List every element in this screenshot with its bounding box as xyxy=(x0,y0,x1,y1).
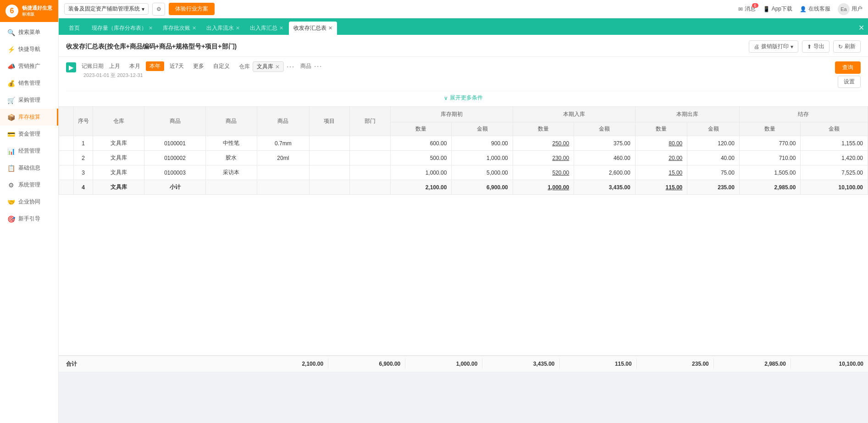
online-service-button[interactable]: 👤 在线客服 xyxy=(800,5,830,13)
tab-stock-dist-label: 现存量（库存分布表） xyxy=(92,24,147,32)
sidebar-item-search[interactable]: 🔍 搜索菜单 xyxy=(0,24,58,41)
tab-close-icon[interactable]: ✕ xyxy=(328,25,332,31)
print-button[interactable]: 🖨 拨销版打印 ▾ xyxy=(749,40,798,53)
sidebar-item-finance[interactable]: 💳 资金管理 xyxy=(0,126,58,143)
trial-button[interactable]: 体验行业方案 xyxy=(169,3,215,15)
sidebar-item-purchase[interactable]: 🛒 采购管理 xyxy=(0,92,58,109)
sidebar-item-marketing[interactable]: 📣 营销推广 xyxy=(0,58,58,75)
footer-totals: 2,100.00 6,900.00 1,000.00 3,435.00 115.… xyxy=(251,359,868,369)
filter-fields: 记账日期 上月 本月 本年 近7天 更多 自定义 2023-01-01 至 20… xyxy=(82,61,829,79)
td-out-qty[interactable]: 80.00 xyxy=(635,136,687,151)
td-row-check xyxy=(59,151,74,165)
filter-toggle-button[interactable]: ▶ xyxy=(66,62,76,72)
in-qty-link[interactable]: 520.00 xyxy=(552,170,569,176)
out-qty-link[interactable]: 80.00 xyxy=(669,140,682,147)
message-badge: 6 xyxy=(752,3,758,8)
tab-home[interactable]: 首页 xyxy=(62,22,86,35)
settings-gear-button[interactable]: ⚙ xyxy=(152,3,165,16)
th-settings[interactable] xyxy=(59,107,74,136)
tab-close-icon[interactable]: ✕ xyxy=(149,25,153,31)
out-qty-link[interactable]: 20.00 xyxy=(669,155,682,161)
footer-open-amt: 6,900.00 xyxy=(328,359,405,369)
td-out-qty[interactable]: 20.00 xyxy=(635,151,687,165)
td-subtotal-in-qty[interactable]: 1,000.00 xyxy=(513,180,574,195)
tab-collect-summary[interactable]: 收发存汇总表 ✕ xyxy=(289,22,337,35)
date-btn-7days[interactable]: 近7天 xyxy=(166,61,188,71)
sidebar-item-guide[interactable]: 🎯 新手引导 xyxy=(0,210,58,227)
settings-button[interactable]: 设置 xyxy=(838,76,861,88)
goods-more-dots[interactable]: ··· xyxy=(314,61,322,71)
date-btn-this-year[interactable]: 本年 xyxy=(146,61,164,71)
sidebar-item-operations[interactable]: 📊 经营管理 xyxy=(0,143,58,159)
filter-actions: 查询 设置 xyxy=(835,61,861,88)
page-container: 收发存汇总表(按仓库+商品编码+商品+规格型号+项目+部门) 🖨 拨销版打印 ▾… xyxy=(59,35,868,372)
subtotal-in-qty-link[interactable]: 1,000.00 xyxy=(547,184,569,191)
sidebar-nav: 🔍 搜索菜单 ⚡ 快捷导航 📣 营销推广 💰 销售管理 🛒 采购管理 📦 库存核… xyxy=(0,22,58,372)
expand-filters-button[interactable]: ∨ 展开更多条件 xyxy=(66,91,861,104)
td-in-qty[interactable]: 520.00 xyxy=(513,165,574,180)
subtotal-out-qty-link[interactable]: 115.00 xyxy=(666,184,683,191)
tab-close-icon[interactable]: ✕ xyxy=(279,25,283,31)
date-btn-custom[interactable]: 自定义 xyxy=(210,61,233,71)
td-in-qty[interactable]: 230.00 xyxy=(513,151,574,165)
in-qty-link[interactable]: 250.00 xyxy=(552,140,569,147)
app-download-button[interactable]: 📱 App下载 xyxy=(763,5,792,13)
sidebar-item-basic[interactable]: 📋 基础信息 xyxy=(0,159,58,176)
goods-label: 商品 xyxy=(300,62,311,70)
td-in-amt: 2,600.00 xyxy=(574,165,635,180)
tab-stock-dist[interactable]: 现存量（库存分布表） ✕ xyxy=(87,22,157,35)
warehouse-more-dots[interactable]: ··· xyxy=(287,62,295,71)
refresh-icon: ↻ xyxy=(838,44,843,50)
td-open-amt: 900.00 xyxy=(452,136,513,151)
date-label: 记账日期 xyxy=(82,62,104,70)
date-btn-this-month[interactable]: 本月 xyxy=(126,61,144,71)
sidebar-item-sales[interactable]: 💰 销售管理 xyxy=(0,75,58,92)
message-icon: ✉ xyxy=(738,6,743,12)
service-icon: 👤 xyxy=(800,6,807,12)
sidebar-item-label: 快捷导航 xyxy=(18,45,40,53)
tab-close-icon[interactable]: ✕ xyxy=(236,25,240,31)
sidebar-item-quick[interactable]: ⚡ 快捷导航 xyxy=(0,41,58,58)
sales-icon: 💰 xyxy=(7,80,15,87)
out-qty-link[interactable]: 15.00 xyxy=(669,170,682,176)
tab-batch[interactable]: 库存批次账 ✕ xyxy=(158,22,201,35)
td-out-qty[interactable]: 15.00 xyxy=(635,165,687,180)
marketing-icon: 📣 xyxy=(7,63,15,70)
in-qty-link[interactable]: 230.00 xyxy=(552,155,569,161)
gear-icon: ⚙ xyxy=(156,6,161,12)
td-open-amt: 1,000.00 xyxy=(452,151,513,165)
sidebar-item-system[interactable]: ⚙ 系统管理 xyxy=(0,176,58,193)
warehouse-tag-remove[interactable]: ✕ xyxy=(275,64,280,70)
message-button[interactable]: ✉ 消息 6 xyxy=(738,5,756,13)
sidebar-item-label: 经营管理 xyxy=(18,147,40,155)
date-btn-more[interactable]: 更多 xyxy=(189,61,208,71)
page-header: 收发存汇总表(按仓库+商品编码+商品+规格型号+项目+部门) 🖨 拨销版打印 ▾… xyxy=(59,35,868,57)
td-subtotal-out-qty[interactable]: 115.00 xyxy=(635,180,687,195)
td-project xyxy=(309,151,350,165)
tab-io-summary[interactable]: 出入库汇总 ✕ xyxy=(245,22,288,35)
close-tab-bar-button[interactable]: ✕ xyxy=(858,23,864,35)
td-in-qty[interactable]: 250.00 xyxy=(513,136,574,151)
td-bal-amt: 1,155.00 xyxy=(801,136,868,151)
sidebar-item-corp[interactable]: 🤝 企业协同 xyxy=(0,193,58,210)
td-open-qty: 1,000.00 xyxy=(390,165,451,180)
filter-row: ▶ 记账日期 上月 本月 本年 近7天 更多 自定义 2023-0 xyxy=(66,61,861,88)
search-button[interactable]: 查询 xyxy=(835,61,861,74)
td-name2: 20ml xyxy=(257,151,310,165)
refresh-button[interactable]: ↻ 刷新 xyxy=(833,40,861,53)
user-menu[interactable]: Ea 用户 xyxy=(838,3,862,15)
td-project xyxy=(309,165,350,180)
export-button[interactable]: ⬆ 导出 xyxy=(802,40,829,53)
app-selector[interactable]: 装备及固定资产辅助管理系统 ▾ xyxy=(64,3,149,15)
sidebar-item-label: 营销推广 xyxy=(18,62,40,70)
td-open-amt: 5,000.00 xyxy=(452,165,513,180)
tab-close-icon[interactable]: ✕ xyxy=(192,25,196,31)
corp-icon: 🤝 xyxy=(7,198,15,206)
sidebar-item-inventory[interactable]: 📦 库存核算 xyxy=(0,109,58,126)
th-in-amt: 金额 xyxy=(574,122,635,136)
th-warehouse: 仓库 xyxy=(93,107,144,136)
expand-icon: ∨ xyxy=(444,95,448,101)
date-btn-last-month[interactable]: 上月 xyxy=(105,61,124,71)
tab-flow[interactable]: 出入库流水 ✕ xyxy=(202,22,244,35)
footer-total-label: 合计 xyxy=(59,360,251,368)
